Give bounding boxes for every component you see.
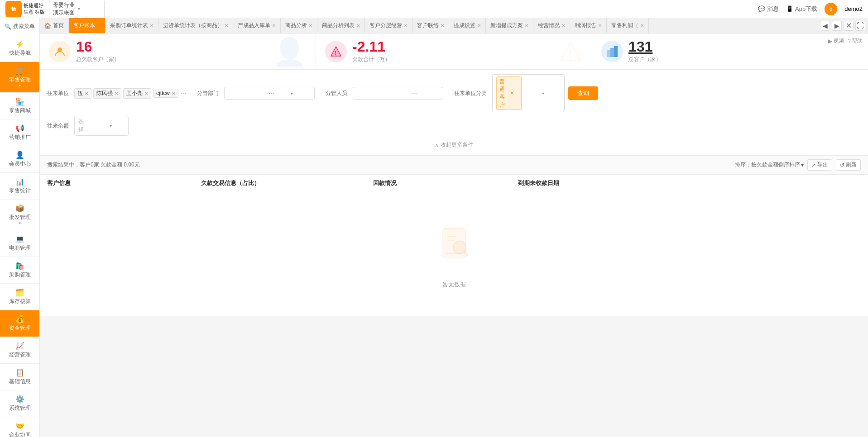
col-header-debt: 欠款交易信息（占比） (201, 179, 373, 187)
sidebar-item-label: 基础信息 (9, 378, 31, 385)
tab-retail-profit[interactable]: 零售利润（ ✕ (607, 18, 649, 33)
close-icon[interactable]: ✕ (172, 91, 175, 96)
tab-close-icon[interactable]: ✕ (561, 23, 565, 28)
total-stat-icon (601, 41, 623, 62)
sidebar-search[interactable]: 🔍 搜索菜单 (0, 18, 39, 35)
sort-button[interactable]: 排序：按欠款金额倒序排序 ▾ (735, 161, 804, 169)
sidebar-item-retail-mall[interactable]: 🏪 零售商城 (0, 93, 39, 119)
tab-close-icon[interactable]: ✕ (150, 23, 153, 28)
basic-info-icon: 📋 (15, 368, 24, 377)
stat-bg-warning-icon: ⚠ (558, 36, 583, 67)
message-button[interactable]: 💬 消息 (758, 5, 779, 13)
tab-close-icon[interactable]: ✕ (404, 23, 408, 28)
sidebar-item-label: 批发管理 (9, 214, 31, 221)
tab-product-analysis[interactable]: 商品分析 ✕ (281, 18, 317, 33)
person-selector[interactable]: ··· (353, 87, 443, 100)
sidebar-item-ecommerce[interactable]: 💻 电商管理 (0, 230, 39, 257)
tab-close-icon[interactable]: ✕ (441, 23, 444, 28)
sidebar-item-operation[interactable]: 📈 经营管理 (0, 337, 39, 364)
customer-stat-icon (49, 41, 71, 62)
retail-mgmt-icon: 🛒 (15, 66, 24, 75)
tab-inbound-stats[interactable]: 进货单统计表（按商品） ✕ (158, 18, 233, 33)
balance-selector[interactable]: 选择... ▾ (74, 116, 129, 136)
tab-maximize[interactable]: ⛶ (855, 21, 865, 31)
col-header-customer: 客户信息 (47, 179, 201, 187)
tab-close-icon[interactable]: ✕ (356, 23, 360, 28)
help-button[interactable]: ? 帮助 (848, 37, 863, 45)
dept-selector[interactable]: ··· ▾ (224, 87, 315, 100)
sidebar-item-batch-mgmt[interactable]: 📦 批发管理 ▾ (0, 200, 39, 230)
tab-close-all[interactable]: ✕ (844, 21, 854, 31)
sidebar-item-member-center[interactable]: 👤 会员中心 (0, 146, 39, 173)
tab-customer-contact[interactable]: 客户联络 ✕ (412, 18, 449, 33)
home-icon: 🏠 (44, 23, 51, 29)
unit-filter-tags: 伍 ✕ 陈民强 ✕ 王小亮 ✕ (74, 88, 186, 99)
finance-icon: 💰 (15, 315, 24, 323)
username: demo2 (844, 5, 863, 12)
customers-label: 总欠款客户（家） (76, 56, 120, 63)
sidebar-item-sys-mgmt[interactable]: ⚙️ 系统管理 (0, 390, 39, 417)
stat-customers: 16 总欠款客户（家） 👤 (40, 33, 316, 69)
sidebar-item-quick-nav[interactable]: ⚡ 快捷导航 (0, 35, 39, 62)
col-header-date: 到期未收款日期 (518, 179, 861, 187)
tab-close-icon[interactable]: ✕ (525, 23, 528, 28)
query-button[interactable]: 查询 (568, 86, 598, 100)
tab-close-icon[interactable]: ✕ (225, 23, 228, 28)
avatar[interactable]: d (825, 3, 837, 15)
app-download-button[interactable]: 📱 App下载 (786, 5, 817, 13)
total-label: 总客户（家） (628, 56, 661, 63)
results-right: 排序：按欠款金额倒序排序 ▾ ↗ 导出 ↺ 刷新 (735, 159, 861, 171)
close-icon[interactable]: ✕ (510, 90, 518, 96)
tab-close-icon[interactable]: ✕ (477, 23, 481, 28)
tab-operations[interactable]: 经营情况 ✕ (533, 18, 570, 33)
tab-home[interactable]: 🏠 首页 (40, 18, 69, 33)
video-button[interactable]: ▶ 视频 (828, 37, 844, 45)
tab-close-icon[interactable]: ✕ (97, 23, 101, 28)
chevron-down-icon: ▾ (110, 124, 125, 128)
sort-label: 排序：按欠款金额倒序排序 (735, 161, 800, 169)
sidebar-item-inventory[interactable]: 🗂️ 库存核算 (0, 284, 39, 310)
more-tags-button[interactable]: ··· (180, 89, 186, 97)
avatar-text: d (830, 6, 833, 12)
tab-customer-book[interactable]: 客户账本 ✕ (69, 18, 106, 33)
tab-purchase-order-stats[interactable]: 采购订单统计表 ✕ (106, 18, 158, 33)
collapse-button[interactable]: ∧ 收起更多条件 (429, 139, 479, 151)
export-button[interactable]: ↗ 导出 (807, 159, 832, 171)
close-icon[interactable]: ✕ (85, 91, 88, 96)
tab-scroll-left[interactable]: ◀ (820, 21, 830, 31)
tab-product-analysis-list[interactable]: 商品分析列表 ✕ (317, 18, 365, 33)
help-icon: ? (848, 38, 851, 44)
sidebar-item-retail-mgmt[interactable]: 🛒 零售管理 ▾ (0, 62, 39, 93)
sidebar-item-finance[interactable]: 💰 资金管理 (0, 310, 39, 337)
unit-tag-cjttcw-text: cjttcw (156, 90, 170, 96)
close-icon[interactable]: ✕ (144, 91, 148, 96)
company-selector[interactable]: 母婴行业演示帐套 ▾ (49, 0, 105, 19)
tab-promotion-settings[interactable]: 提成设置 ✕ (449, 18, 486, 33)
close-icon[interactable]: ✕ (115, 91, 118, 96)
tab-add-promo[interactable]: 新增提成方案 ✕ (486, 18, 533, 33)
tab-scroll-right[interactable]: ▶ (832, 21, 842, 31)
unit-type-selector[interactable]: 普通客户 ✕ ▾ (492, 74, 565, 112)
tab-close-icon[interactable]: ✕ (598, 23, 602, 28)
sidebar-item-marketing[interactable]: 📢 营销推广 (0, 119, 39, 146)
refresh-icon: ↺ (840, 162, 844, 168)
tab-close-icon[interactable]: ✕ (272, 23, 276, 28)
dept-more-icon: ··· (269, 89, 289, 97)
tab-profit-report[interactable]: 利润报告 ✕ (570, 18, 607, 33)
sidebar-item-retail-stats[interactable]: 📊 零售统计 (0, 173, 39, 200)
refresh-button[interactable]: ↺ 刷新 (836, 159, 861, 171)
person-more-icon: ··· (412, 89, 440, 97)
svg-rect-6 (614, 46, 618, 57)
tab-close-icon[interactable]: ✕ (309, 23, 312, 28)
inventory-icon: 🗂️ (15, 288, 24, 297)
chevron-up-icon: ∧ (435, 142, 439, 148)
sidebar-item-basic-info[interactable]: 📋 基础信息 (0, 364, 39, 390)
sidebar-item-purchase[interactable]: 🛍️ 采购管理 (0, 257, 39, 284)
filter-row-1: 往来单位 伍 ✕ 陈民强 ✕ 王小亮 (47, 74, 861, 112)
tab-customer-segment[interactable]: 客户分层经营 ✕ (365, 18, 412, 33)
unit-tag-chen: 陈民强 ✕ (93, 88, 121, 99)
results-bar: 搜索结果中，客户0家 欠款金额 0.00元 排序：按欠款金额倒序排序 ▾ ↗ 导… (40, 156, 868, 175)
tab-product-inbound[interactable]: 产成品入库单 ✕ (233, 18, 281, 33)
sidebar-item-enterprise[interactable]: 🤝 企业协同 (0, 417, 39, 437)
tab-close-icon[interactable]: ✕ (640, 23, 644, 28)
